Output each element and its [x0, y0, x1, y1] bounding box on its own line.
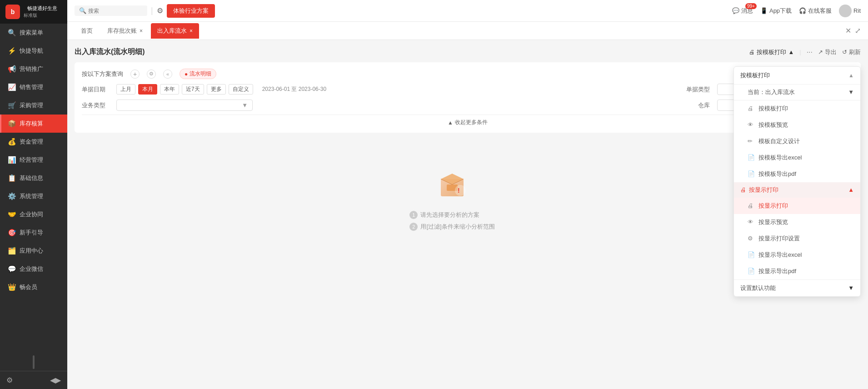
page-actions: 🖨 按模板打印 ▲ | ··· ↗ 导出 ↺ 刷新: [749, 48, 861, 56]
search-input[interactable]: [88, 8, 143, 14]
date-btn-more[interactable]: 更多: [207, 84, 226, 95]
filter-settings-icon[interactable]: ⚙: [147, 70, 156, 79]
dropdown-item-template-custom[interactable]: ✏ 模板自定义设计: [734, 133, 860, 150]
collapse-label: 收起更多条件: [455, 119, 488, 126]
display-preview-icon: 👁: [748, 219, 755, 226]
collapse-sidebar-icon[interactable]: ◀▶: [50, 376, 61, 384]
app-logo: b 畅捷通好生意 标准版: [0, 0, 67, 24]
dropdown-footer[interactable]: 设置默认功能 ▼: [734, 279, 860, 296]
dropdown-item-display-print[interactable]: 🖨 按显示打印: [734, 198, 860, 214]
template-custom-icon: ✏: [748, 138, 755, 145]
empty-icon: !: [434, 165, 470, 202]
sidebar-item-member[interactable]: 👑 畅会员: [0, 278, 67, 296]
tab-close-window[interactable]: ✕: [845, 26, 851, 35]
sidebar-item-wechat[interactable]: 💬 企业微信: [0, 260, 67, 278]
display-excel-icon: 📄: [748, 251, 755, 259]
user-item[interactable]: Rit: [839, 5, 861, 17]
tab-maximize[interactable]: ⤢: [855, 26, 861, 35]
template-custom-label: 模板自定义设计: [758, 137, 800, 145]
sidebar-item-system[interactable]: ⚙️ 系统管理: [0, 187, 67, 205]
tab-flow[interactable]: 出入库流水 ×: [151, 23, 199, 39]
sidebar-item-marketing[interactable]: 📢 营销推广: [0, 60, 67, 78]
template-excel-icon: 📄: [748, 154, 755, 161]
date-btn-this-month[interactable]: 本月: [138, 84, 157, 95]
display-pdf-label: 按显示导出pdf: [758, 267, 796, 275]
sidebar-item-app-center[interactable]: 🗂️ 应用中心: [0, 242, 67, 260]
search-menu-label: 搜索菜单: [20, 29, 43, 37]
tabs-window-controls: ✕ ⤢: [845, 26, 861, 35]
topbar-gear-icon[interactable]: ⚙: [157, 6, 163, 15]
settings-icon[interactable]: ⚙: [6, 376, 13, 384]
dropdown-footer-arrow: ▼: [848, 284, 854, 291]
print-icon: 🖨: [749, 49, 755, 55]
date-buttons: 上月 本月 本年 近7天 更多 自定义: [116, 84, 253, 95]
refresh-icon: ↺: [842, 49, 847, 55]
sidebar-item-purchase[interactable]: 🛒 采购管理: [0, 96, 67, 115]
sidebar-item-basic[interactable]: 📋 基础信息: [0, 169, 67, 187]
purchase-label: 采购管理: [20, 101, 43, 110]
refresh-btn[interactable]: ↺ 刷新: [842, 48, 861, 56]
filter-collapse-icon[interactable]: «: [163, 70, 172, 79]
date-btn-last-month[interactable]: 上月: [116, 84, 135, 95]
dropdown-current-item[interactable]: 当前：出入库流水 ▼: [734, 85, 860, 100]
date-btn-this-year[interactable]: 本年: [160, 84, 179, 95]
biz-type-label: 业务类型: [82, 101, 109, 110]
export-label: 导出: [825, 48, 837, 56]
dropdown-item-template-pdf[interactable]: 📄 按模板导出pdf: [734, 166, 860, 182]
date-btn-7days[interactable]: 近7天: [182, 84, 204, 95]
svg-text:!: !: [458, 187, 460, 194]
dropdown-collapse-icon[interactable]: ▲: [848, 72, 854, 79]
empty-state-area: ! 1 请先选择要分析的方案 2 用[过滤]条件来缩小分析范围: [75, 138, 830, 260]
sidebar-item-quick-nav[interactable]: ⚡ 快捷导航: [0, 42, 67, 60]
sidebar-item-sales[interactable]: 📈 销售管理: [0, 78, 67, 96]
print-template-btn[interactable]: 🖨 按模板打印 ▲: [749, 48, 794, 56]
warehouse-label: 仓库: [698, 101, 710, 110]
tab-home[interactable]: 首页: [75, 23, 99, 39]
industry-btn[interactable]: 体验行业方案: [167, 4, 215, 18]
sidebar: b 畅捷通好生意 标准版 🔍 搜索菜单 ⚡ 快捷导航 📢 营销推广 📈 销售管理…: [0, 0, 67, 389]
dropdown-item-template-excel[interactable]: 📄 按模板导出excel: [734, 150, 860, 166]
sidebar-item-operation[interactable]: 📊 经营管理: [0, 151, 67, 169]
filter-add-btn[interactable]: +: [130, 70, 140, 79]
dropdown-item-display-settings[interactable]: ⚙ 按显示打印设置: [734, 230, 860, 247]
sidebar-item-finance[interactable]: 💰 资金管理: [0, 133, 67, 151]
inventory-icon: 📦: [8, 120, 16, 128]
page-title: 出入库流水(流水明细): [75, 47, 145, 57]
dropdown-item-template-print[interactable]: 🖨 按模板打印: [734, 100, 860, 117]
tip-text-2: 用[过滤]条件来缩小分析范围: [420, 221, 494, 233]
sidebar-item-guide[interactable]: 🎯 新手引导: [0, 224, 67, 242]
date-btn-custom[interactable]: 自定义: [229, 84, 253, 95]
tab-flow-close[interactable]: ×: [190, 28, 193, 34]
app-download-item[interactable]: 📱 App下载: [760, 7, 792, 15]
sidebar-item-inventory[interactable]: 📦 库存核算: [0, 115, 67, 133]
search-box[interactable]: 🔍: [75, 5, 147, 16]
tip-text-1: 请先选择要分析的方案: [420, 209, 479, 221]
date-label: 单据日期: [82, 85, 109, 94]
export-btn[interactable]: ↗ 导出: [818, 48, 837, 56]
sidebar-item-search-menu[interactable]: 🔍 搜索菜单: [0, 24, 67, 42]
guide-icon: 🎯: [8, 229, 16, 237]
sidebar-item-enterprise[interactable]: 🤝 企业协同: [0, 205, 67, 224]
biz-type-arrow: ▼: [242, 102, 248, 109]
dropdown-item-display-pdf[interactable]: 📄 按显示导出pdf: [734, 263, 860, 279]
dropdown-item-display-preview[interactable]: 👁 按显示预览: [734, 214, 860, 230]
tab-inventory-batch-close[interactable]: ×: [140, 28, 143, 34]
template-preview-icon: 👁: [748, 121, 755, 129]
dropdown-item-template-preview[interactable]: 👁 按模板预览: [734, 117, 860, 133]
dropdown-item-display-excel[interactable]: 📄 按显示导出excel: [734, 247, 860, 263]
app-center-icon: 🗂️: [8, 247, 16, 255]
topbar-divider: |: [151, 6, 153, 15]
display-section-icon: 🖨: [740, 186, 746, 193]
tab-inventory-batch[interactable]: 库存批次账 ×: [101, 23, 149, 39]
dropdown-display-section[interactable]: 🖨 按显示打印 ▲: [734, 182, 860, 198]
content-area: 出入库流水(流水明细) 🖨 按模板打印 ▲ | ··· ↗ 导出: [67, 40, 868, 389]
username: Rit: [853, 7, 861, 14]
quick-nav-icon: ⚡: [8, 47, 16, 55]
sales-label: 销售管理: [20, 83, 43, 91]
member-icon: 👑: [8, 283, 16, 291]
more-actions-icon[interactable]: ···: [807, 48, 813, 56]
biz-type-select[interactable]: ▼: [116, 100, 253, 111]
message-item[interactable]: 💬 消息 99+: [732, 7, 753, 15]
online-service-item[interactable]: 🎧 在线客服: [799, 7, 832, 15]
display-excel-label: 按显示导出excel: [758, 251, 802, 259]
